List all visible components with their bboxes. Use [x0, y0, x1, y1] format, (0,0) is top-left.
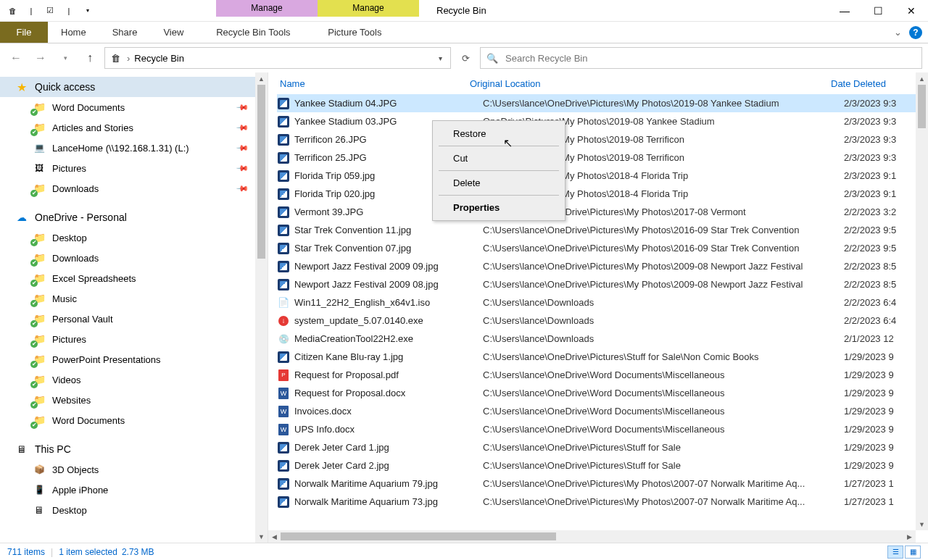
file-row[interactable]: system_update_5.07.0140.exeC:\Users\lanc…: [277, 312, 928, 330]
file-row[interactable]: Request for Proposal.pdfC:\Users\lance\O…: [277, 366, 928, 384]
maximize-button[interactable]: ☐: [861, 0, 895, 21]
column-original-location[interactable]: Original Location: [470, 78, 831, 89]
sidebar-item[interactable]: Desktop: [0, 500, 268, 520]
main-scrollbar-vertical[interactable]: ▲ ▼: [916, 72, 928, 530]
qat-customize-icon[interactable]: ▾: [80, 3, 96, 19]
recent-locations-icon[interactable]: ▾: [55, 48, 75, 68]
file-row[interactable]: MediaCreationTool22H2.exeC:\Users\lance\…: [277, 330, 928, 348]
ribbon-tab-share[interactable]: Share: [99, 22, 151, 43]
file-row[interactable]: Florida Trip 020.jpgOneDrive\Pictures\My…: [277, 185, 928, 203]
ribbon-tab-recycle-bin-tools[interactable]: Recycle Bin Tools: [202, 22, 304, 43]
file-row[interactable]: Citizen Kane Blu-ray 1.jpgC:\Users\lance…: [277, 348, 928, 366]
breadcrumb-location[interactable]: Recycle Bin: [134, 53, 433, 64]
file-row[interactable]: UPS Info.docxC:\Users\lance\OneDrive\Wor…: [277, 420, 928, 438]
refresh-button[interactable]: ⟳: [455, 53, 476, 64]
scroll-right-icon[interactable]: ▶: [903, 530, 916, 543]
main-scrollbar-horizontal[interactable]: ◀ ▶: [268, 530, 916, 543]
address-bar[interactable]: 🗑 › Recycle Bin ▾: [104, 47, 451, 69]
column-date-deleted[interactable]: Date Deleted: [831, 78, 928, 89]
file-row[interactable]: Star Trek Convention 07.jpgC:\Users\lanc…: [277, 239, 928, 257]
sidebar-item-label: Apple iPhone: [52, 485, 108, 496]
sidebar-this-pc[interactable]: This PC: [0, 439, 268, 459]
sidebar-quick-access[interactable]: ★ Quick access: [0, 77, 268, 97]
ribbon-tab-home[interactable]: Home: [48, 22, 99, 43]
up-button[interactable]: ↑: [80, 48, 100, 68]
back-button[interactable]: ←: [6, 48, 26, 68]
context-menu-restore[interactable]: Restore: [433, 124, 565, 143]
address-dropdown-icon[interactable]: ▾: [433, 54, 447, 62]
scroll-up-icon[interactable]: ▲: [916, 72, 928, 85]
help-icon[interactable]: ?: [909, 26, 922, 39]
file-row[interactable]: Derek Jeter Card 2.jpgC:\Users\lance\One…: [277, 456, 928, 475]
status-size: 2.73 MB: [122, 547, 154, 557]
sidebar-item[interactable]: Pictures: [0, 329, 268, 349]
sidebar-item[interactable]: Personal Vault: [0, 309, 268, 329]
scroll-thumb[interactable]: [281, 532, 556, 540]
scroll-left-icon[interactable]: ◀: [268, 530, 281, 543]
sidebar-item[interactable]: Pictures📌: [0, 158, 268, 178]
sidebar-item[interactable]: LanceHome (\\192.168.1.31) (L:)📌: [0, 138, 268, 158]
sidebar-item[interactable]: Word Documents📌: [0, 97, 268, 117]
file-row[interactable]: Norwalk Maritime Aquarium 79.jpgC:\Users…: [277, 475, 928, 493]
scroll-thumb[interactable]: [257, 85, 265, 259]
file-row[interactable]: Norwalk Maritime Aquarium 73.jpgC:\Users…: [277, 493, 928, 511]
forward-button[interactable]: →: [30, 48, 51, 68]
sidebar-item-label: PowerPoint Presentations: [52, 354, 161, 365]
sidebar-item[interactable]: Desktop: [0, 227, 268, 248]
file-row[interactable]: Vermont 39.JPGC:\Users\lance\OneDrive\Pi…: [277, 203, 928, 221]
file-original-location: C:\Users\lance\OneDrive\Word Documents\M…: [483, 424, 844, 435]
sidebar-item[interactable]: Music: [0, 288, 268, 309]
context-menu-properties[interactable]: Properties: [433, 198, 565, 217]
sidebar-item[interactable]: Downloads📌: [0, 178, 268, 198]
scroll-thumb[interactable]: [918, 85, 926, 128]
sidebar-item[interactable]: Apple iPhone: [0, 480, 268, 500]
column-headers[interactable]: Name Original Location Date Deleted: [268, 72, 928, 94]
sidebar-item[interactable]: Websites: [0, 390, 268, 410]
file-original-location: C:\Users\lance\OneDrive\Pictures\My Phot…: [483, 279, 844, 290]
view-thumbnails-button[interactable]: ▦: [905, 546, 921, 559]
sidebar-scrollbar[interactable]: ▲ ▼: [255, 72, 268, 543]
file-name: Request for Proposal.pdf: [294, 369, 483, 380]
column-name[interactable]: Name: [280, 78, 470, 89]
sidebar-item-label: Music: [52, 293, 77, 304]
file-row[interactable]: Win11_22H2_English_x64v1.isoC:\Users\lan…: [277, 293, 928, 312]
minimize-button[interactable]: —: [828, 0, 861, 21]
file-row[interactable]: Invoices.docxC:\Users\lance\OneDrive\Wor…: [277, 402, 928, 420]
sidebar-item[interactable]: 3D Objects: [0, 459, 268, 480]
context-menu-cut[interactable]: Cut: [433, 149, 565, 168]
sidebar-onedrive[interactable]: OneDrive - Personal: [0, 207, 268, 227]
sidebar-item[interactable]: Downloads: [0, 248, 268, 268]
properties-qat-icon[interactable]: ☑: [42, 3, 58, 19]
view-details-button[interactable]: ☰: [887, 546, 903, 559]
file-original-location: C:\Users\lance\OneDrive\Pictures\Stuff f…: [483, 351, 844, 362]
sidebar-item[interactable]: Excel Spreadsheets: [0, 268, 268, 288]
sidebar-item[interactable]: Articles and Stories📌: [0, 117, 268, 138]
sidebar-item[interactable]: Word Documents: [0, 410, 268, 430]
scroll-down-icon[interactable]: ▼: [916, 518, 928, 530]
context-menu-delete[interactable]: Delete: [433, 173, 565, 193]
scroll-down-icon[interactable]: ▼: [255, 530, 268, 543]
file-row[interactable]: Yankee Stadium 03.JPGOneDrive\Pictures\M…: [277, 112, 928, 130]
scroll-up-icon[interactable]: ▲: [255, 72, 268, 85]
sidebar-item[interactable]: PowerPoint Presentations: [0, 349, 268, 369]
file-row[interactable]: Newport Jazz Festival 2009 09.jpgC:\User…: [277, 257, 928, 275]
search-input[interactable]: 🔍 Search Recycle Bin: [480, 47, 922, 69]
file-row[interactable]: Star Trek Convention 11.jpgC:\Users\lanc…: [277, 221, 928, 239]
sidebar-item-label: Articles and Stories: [52, 122, 133, 133]
sidebar-item[interactable]: Videos: [0, 369, 268, 390]
file-row[interactable]: Derek Jeter Card 1.jpgC:\Users\lance\One…: [277, 438, 928, 456]
ribbon-tab-picture-tools[interactable]: Picture Tools: [304, 22, 405, 43]
recycle-bin-icon[interactable]: 🗑: [4, 3, 20, 19]
navigation-pane[interactable]: ★ Quick access Word Documents📌Articles a…: [0, 72, 268, 543]
file-row[interactable]: Terrificon 26.JPGOneDrive\Pictures\My Ph…: [277, 130, 928, 149]
file-row[interactable]: Request for Proposal.docxC:\Users\lance\…: [277, 384, 928, 402]
file-tab[interactable]: File: [0, 22, 48, 43]
file-row[interactable]: Newport Jazz Festival 2009 08.jpgC:\User…: [277, 275, 928, 293]
file-row[interactable]: Florida Trip 059.jpgOneDrive\Pictures\My…: [277, 167, 928, 185]
ribbon-expand-icon[interactable]: ⌄: [894, 27, 902, 38]
ribbon-tab-view[interactable]: View: [150, 22, 196, 43]
file-row[interactable]: Yankee Stadium 04.JPGC:\Users\lance\OneD…: [277, 94, 928, 112]
file-row[interactable]: Terrificon 25.JPGOneDrive\Pictures\My Ph…: [277, 149, 928, 167]
close-button[interactable]: ✕: [895, 0, 928, 21]
folder-icon: [32, 272, 46, 284]
